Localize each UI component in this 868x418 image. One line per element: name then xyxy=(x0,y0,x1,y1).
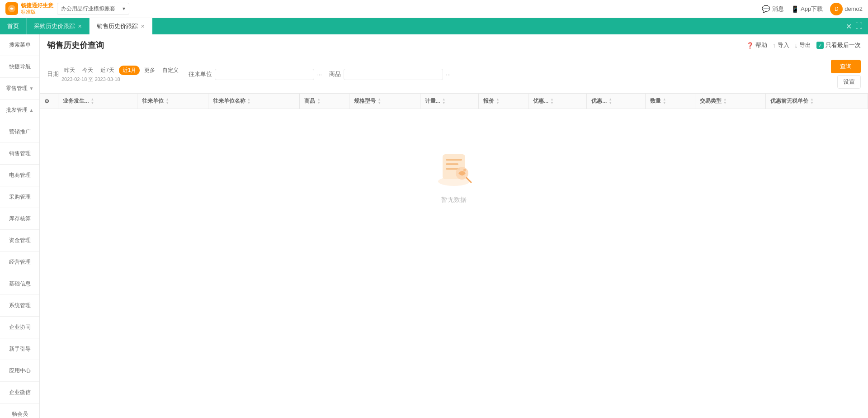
sidebar-item-finance-mgmt[interactable]: 资金管理 xyxy=(0,230,39,252)
col-discount1[interactable]: 优惠... ▲▼ xyxy=(528,94,586,109)
company-selector[interactable]: 办公用品行业模拟账套 ▾ xyxy=(57,3,129,15)
date-filter-area: 昨天 今天 近7天 近1月 更多 自定义 2023-02-18 至 2023-0… xyxy=(61,66,181,83)
empty-text: 暂无数据 xyxy=(441,196,467,204)
sidebar-item-search-menu[interactable]: 搜索菜单 xyxy=(0,34,39,56)
maximize-window-icon[interactable]: ⛶ xyxy=(855,22,863,30)
inventory-label: 库存核算 xyxy=(9,215,31,223)
sidebar-item-inventory[interactable]: 库存核算 xyxy=(0,208,39,230)
settings-btn[interactable]: 设置 xyxy=(837,75,861,89)
logo-icon xyxy=(5,2,18,15)
query-btn[interactable]: 查询 xyxy=(831,60,861,73)
product-filter-label: 商品 xyxy=(329,70,341,78)
date-btn-more[interactable]: 更多 xyxy=(142,66,158,75)
logo-main-text: 畅捷通好生意 xyxy=(21,2,53,9)
col-discount2[interactable]: 优惠... ▲▼ xyxy=(587,94,645,109)
col-trade-type-sort: ▲▼ xyxy=(723,98,727,105)
ecommerce-label: 电商管理 xyxy=(9,171,31,179)
date-btn-1month[interactable]: 近1月 xyxy=(119,66,140,75)
page-title-row: 销售历史价查询 ❓ 帮助 ↑ 导入 ↓ 导出 xyxy=(47,40,861,51)
svg-rect-3 xyxy=(446,159,462,161)
sidebar-item-retail-mgmt[interactable]: 零售管理 ▼ xyxy=(0,78,39,100)
col-product-sort: ▲▼ xyxy=(317,98,321,105)
tab-purchase-history-close[interactable]: ✕ xyxy=(78,24,82,29)
table-area: ⚙ 业务发生... ▲▼ 往来单位 ▲▼ xyxy=(40,94,868,418)
app-download-label: App下载 xyxy=(801,5,823,13)
col-partner-code[interactable]: 往来单位 ▲▼ xyxy=(137,94,208,109)
message-btn[interactable]: 💬 消息 xyxy=(762,5,784,13)
page-actions: ❓ 帮助 ↑ 导入 ↓ 导出 只看最后一次 xyxy=(746,41,861,49)
logo-text-area: 畅捷通好生意 标准版 xyxy=(21,2,53,15)
sidebar-item-beginner-guide[interactable]: 新手引导 xyxy=(0,338,39,360)
partner-filter-input[interactable] xyxy=(215,69,314,80)
svg-point-7 xyxy=(463,169,466,171)
operations-mgmt-label: 经营管理 xyxy=(9,258,31,266)
header-right: 💬 消息 📱 App下载 D demo2 xyxy=(762,3,863,15)
only-last-checkbox[interactable] xyxy=(816,42,824,49)
sidebar-item-operations-mgmt[interactable]: 经营管理 xyxy=(0,252,39,273)
col-biz-date-label: 业务发生... xyxy=(63,97,89,105)
date-btn-custom[interactable]: 自定义 xyxy=(160,66,181,75)
window-controls: ✕ ⛶ xyxy=(840,22,868,31)
sidebar-item-wholesale-mgmt[interactable]: 批发管理 ▲ xyxy=(0,100,39,121)
wholesale-mgmt-arrow: ▲ xyxy=(29,108,34,113)
col-price[interactable]: 报价 ▲▼ xyxy=(479,94,528,109)
col-partner-name[interactable]: 往来单位名称 ▲▼ xyxy=(208,94,300,109)
sidebar-item-vip-member[interactable]: 畅会员 xyxy=(0,404,39,418)
col-price-label: 报价 xyxy=(483,97,494,105)
col-partner-code-label: 往来单位 xyxy=(142,97,164,105)
sidebar-item-sales-mgmt[interactable]: 销售管理 xyxy=(0,143,39,165)
sidebar-item-app-center[interactable]: 应用中心 xyxy=(0,360,39,382)
message-icon: 💬 xyxy=(762,5,770,13)
purchase-mgmt-label: 采购管理 xyxy=(9,193,31,201)
chevron-down-icon: ▾ xyxy=(123,5,125,12)
partner-filter-group: 往来单位 ··· xyxy=(189,69,322,80)
col-biz-date[interactable]: 业务发生... ▲▼ xyxy=(58,94,137,109)
app-download-btn[interactable]: 📱 App下载 xyxy=(791,5,823,13)
tab-purchase-history-label: 采购历史价跟踪 xyxy=(34,22,75,30)
col-quantity[interactable]: 数量 ▲▼ xyxy=(645,94,695,109)
sidebar-item-basic-info[interactable]: 基础信息 xyxy=(0,273,39,295)
sidebar-item-marketing[interactable]: 营销推广 xyxy=(0,121,39,143)
help-btn[interactable]: ❓ 帮助 xyxy=(746,41,767,49)
tab-sales-history-close[interactable]: ✕ xyxy=(141,24,145,29)
help-label: 帮助 xyxy=(755,41,767,49)
tab-sales-history[interactable]: 销售历史价跟踪 ✕ xyxy=(90,18,152,34)
tab-bar: 首页 采购历史价跟踪 ✕ 销售历史价跟踪 ✕ ✕ ⛶ xyxy=(0,18,868,34)
only-last-checkbox-area[interactable]: 只看最后一次 xyxy=(816,41,861,49)
sales-mgmt-label: 销售管理 xyxy=(9,150,31,157)
col-spec-sort: ▲▼ xyxy=(377,98,381,105)
col-pretax-price[interactable]: 优惠前无税单价 ▲▼ xyxy=(766,94,868,109)
tab-purchase-history[interactable]: 采购历史价跟踪 ✕ xyxy=(27,18,90,34)
col-trade-type[interactable]: 交易类型 ▲▼ xyxy=(695,94,765,109)
col-pretax-price-sort: ▲▼ xyxy=(810,98,814,105)
col-gear[interactable]: ⚙ xyxy=(40,94,58,109)
sidebar-item-purchase-mgmt[interactable]: 采购管理 xyxy=(0,186,39,208)
col-unit[interactable]: 计量... ▲▼ xyxy=(420,94,478,109)
partner-dots-btn[interactable]: ··· xyxy=(317,71,322,78)
close-window-icon[interactable]: ✕ xyxy=(846,22,852,31)
user-name: demo2 xyxy=(844,5,863,12)
export-btn[interactable]: ↓ 导出 xyxy=(795,41,811,49)
data-table: ⚙ 业务发生... ▲▼ 往来单位 ▲▼ xyxy=(40,94,868,109)
product-filter-input[interactable] xyxy=(344,69,443,80)
date-btn-yesterday[interactable]: 昨天 xyxy=(61,66,78,75)
user-profile-btn[interactable]: D demo2 xyxy=(830,3,863,15)
import-btn[interactable]: ↑ 导入 xyxy=(773,41,789,49)
avatar-initial: D xyxy=(835,6,839,12)
sidebar-item-enterprise-wechat[interactable]: 企业微信 xyxy=(0,382,39,404)
col-spec[interactable]: 规格型号 ▲▼ xyxy=(349,94,420,109)
col-unit-label: 计量... xyxy=(425,97,440,105)
date-btn-today[interactable]: 今天 xyxy=(80,66,96,75)
wholesale-mgmt-label: 批发管理 xyxy=(6,106,28,114)
sidebar-item-system-mgmt[interactable]: 系统管理 xyxy=(0,295,39,317)
date-btn-7days[interactable]: 近7天 xyxy=(98,66,117,75)
tab-home[interactable]: 首页 xyxy=(0,18,27,34)
col-unit-sort: ▲▼ xyxy=(442,98,446,105)
product-dots-btn[interactable]: ··· xyxy=(446,71,451,78)
col-product[interactable]: 商品 ▲▼ xyxy=(300,94,349,109)
retail-mgmt-arrow: ▼ xyxy=(29,86,34,91)
sidebar-item-enterprise-collab[interactable]: 企业协同 xyxy=(0,317,39,338)
sidebar-item-quick-nav[interactable]: 快捷导航 xyxy=(0,56,39,78)
tab-home-label: 首页 xyxy=(7,22,19,30)
sidebar-item-ecommerce[interactable]: 电商管理 xyxy=(0,165,39,186)
